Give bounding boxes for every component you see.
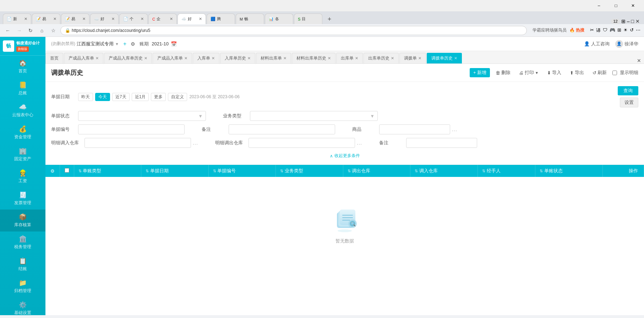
detail-in-input[interactable] (84, 138, 191, 148)
sidebar-item-tax[interactable]: 🏛️ 税务管理 (0, 231, 45, 253)
back-button[interactable]: ← (4, 26, 12, 35)
tab-close-icon[interactable]: ✕ (283, 56, 286, 61)
settings-button[interactable]: 设置 (620, 97, 638, 107)
grid-icon[interactable]: ⊞ (617, 27, 621, 34)
date-btn-today[interactable]: 今天 (95, 93, 110, 101)
th-settings[interactable]: ⚙ (45, 165, 60, 177)
refresh-button[interactable]: ↺ 刷新 (590, 68, 610, 77)
company-selector[interactable]: (勿删勿禁用) 江西服宝测试专用 ▼ (51, 41, 119, 47)
shield-icon[interactable]: 🛡 (603, 27, 607, 34)
browser-tab-active[interactable]: ☁️好✕ (178, 13, 206, 24)
browser-tab-10[interactable]: 📊各 (265, 13, 293, 24)
detail-out-input[interactable] (249, 138, 355, 148)
import-button[interactable]: ⬇ 导入 (544, 68, 564, 77)
tab-close-active-icon[interactable]: ✕ (454, 56, 457, 61)
browser-tab-2[interactable]: 📝易✕ (32, 13, 60, 24)
display-toggle[interactable]: 显示明细 (612, 69, 638, 76)
tab-close-icon[interactable]: ✕ (212, 56, 215, 61)
display-checkbox[interactable] (612, 71, 617, 75)
tab-transfer-history[interactable]: 调拨单历史 ✕ (427, 53, 462, 63)
export-button[interactable]: ⬆ 导出 (567, 68, 587, 77)
company-settings-icon[interactable]: ⚙ (131, 41, 135, 47)
doc-number-input[interactable] (78, 124, 185, 134)
sidebar-item-reports[interactable]: ☁️ 云报表中心 (0, 100, 45, 122)
query-button[interactable]: 查询 (618, 86, 638, 95)
add-company-button[interactable]: + (123, 41, 126, 47)
browser-tab-4[interactable]: ☁️好✕ (90, 13, 119, 24)
brightness-icon[interactable]: ☀ (623, 27, 628, 34)
tab-list-button[interactable]: ⊞ (621, 18, 626, 24)
browser-tab-6[interactable]: C企✕ (148, 13, 177, 24)
home-button[interactable]: ⌂ (38, 26, 46, 35)
close-button[interactable]: ✕ (625, 0, 641, 11)
th-doc-status[interactable]: ⇅ 单账状态 (535, 165, 603, 177)
undo-icon[interactable]: ↺ (630, 27, 634, 34)
minimize-button[interactable]: – (591, 0, 607, 11)
date-btn-custom[interactable]: 自定义 (168, 93, 187, 101)
browser-tab-3[interactable]: 📝易✕ (61, 13, 89, 24)
tab-close-icon[interactable]: ✕ (247, 56, 251, 61)
note-input[interactable] (229, 124, 335, 134)
browser-tab-5[interactable]: 📄个✕ (119, 13, 148, 24)
new-tab-button[interactable]: + (324, 14, 334, 24)
tab-bar-close[interactable]: ✕ (637, 58, 644, 63)
sidebar-item-archive[interactable]: 📁 归档管理 (0, 275, 45, 297)
more-icon[interactable]: ⋯ (636, 27, 640, 34)
th-transfer-in[interactable]: ⇅ 调入仓库 (410, 165, 478, 177)
browser-tab-8[interactable]: 🟦腾 (207, 13, 235, 24)
tab-outbound[interactable]: 出库单 ✕ (336, 53, 363, 63)
tab-product-inbound-history[interactable]: 产成品入库单历史 ✕ (104, 53, 152, 63)
tab-close-icon[interactable]: ✕ (418, 56, 421, 61)
goods-picker-icon[interactable]: … (452, 126, 457, 133)
new-button[interactable]: + 新增 (470, 68, 490, 77)
tab-inbound-history[interactable]: 入库单历史 ✕ (220, 53, 255, 63)
restore-win[interactable]: □ (631, 18, 634, 24)
collapse-button[interactable]: ∧ 收起更多条件 (330, 153, 360, 159)
th-checkbox[interactable] (60, 165, 74, 177)
select-all-checkbox[interactable] (65, 168, 69, 173)
customer-service-btn[interactable]: 👤 人工咨询 (584, 41, 610, 47)
sidebar-item-close-accounts[interactable]: 📋 结账 (0, 253, 45, 275)
detail-out-picker-icon[interactable]: … (356, 140, 362, 146)
tab-product-inbound2[interactable]: 产成品入库单 ✕ (153, 53, 192, 63)
sidebar-item-salary[interactable]: 👷 工资 (0, 166, 45, 188)
print-button[interactable]: 🖨 打印 ▼ (516, 68, 541, 77)
tab-close-icon[interactable]: ✕ (391, 56, 394, 61)
th-doc-type[interactable]: ⇅ 单账类型 (74, 165, 141, 177)
th-transfer-out[interactable]: ⇅ 调出仓库 (343, 165, 410, 177)
th-doc-date[interactable]: ⇅ 单据日期 (141, 165, 209, 177)
tab-material-outbound-history[interactable]: 材料出库单历史 ✕ (292, 53, 335, 63)
sidebar-item-funds[interactable]: 💰 资金管理 (0, 122, 45, 144)
sidebar-item-home[interactable]: 🏠 首页 (0, 56, 45, 78)
sidebar-item-assets[interactable]: 🏢 固定资产 (0, 144, 45, 166)
sidebar-item-ledger[interactable]: 📒 总账 (0, 78, 45, 100)
note2-input[interactable] (406, 138, 477, 148)
tab-close-icon[interactable]: ✕ (184, 56, 187, 61)
browser-tab-1[interactable]: 📄新✕ (3, 13, 31, 24)
browser-tab-9[interactable]: M畅 (236, 13, 264, 24)
tab-close-icon[interactable]: ✕ (95, 56, 99, 61)
th-handler[interactable]: ⇅ 经手人 (477, 165, 535, 177)
th-doc-number[interactable]: ⇅ 单据编号 (208, 165, 276, 177)
tab-home[interactable]: 首页 (45, 53, 63, 63)
detail-in-picker-icon[interactable]: … (192, 140, 198, 146)
tab-close-icon[interactable]: ✕ (144, 56, 147, 61)
date-btn-7days[interactable]: 近7天 (112, 93, 130, 101)
address-bar[interactable]: 🔒 https://cloud.chanjet.com/accounting/u… (60, 26, 527, 35)
translate-icon[interactable]: 译 (596, 27, 601, 34)
sidebar-item-settings[interactable]: ⚙️ 基础设置 (0, 297, 45, 315)
maximize-button[interactable]: □ (608, 0, 624, 11)
date-btn-yesterday[interactable]: 昨天 (78, 93, 93, 101)
tab-close-icon[interactable]: ✕ (328, 56, 331, 61)
date-btn-more[interactable]: 更多 (151, 93, 166, 101)
sidebar-item-invoice[interactable]: 🧾 发票管理 (0, 188, 45, 210)
sidebar-item-inventory[interactable]: 📦 库存核算 (0, 210, 45, 231)
forward-button[interactable]: → (15, 26, 23, 35)
user-profile-btn[interactable]: 👤 徐泽华 (615, 40, 638, 48)
tab-inbound[interactable]: 入库单 ✕ (193, 53, 219, 63)
tab-material-outbound[interactable]: 材料出库单 ✕ (256, 53, 291, 63)
tab-outbound-history[interactable]: 出库单历史 ✕ (364, 53, 399, 63)
game-icon[interactable]: 🎮 (610, 27, 615, 34)
bookmark-button[interactable]: ☆ (49, 26, 58, 35)
tab-close-icon[interactable]: ✕ (355, 56, 358, 61)
